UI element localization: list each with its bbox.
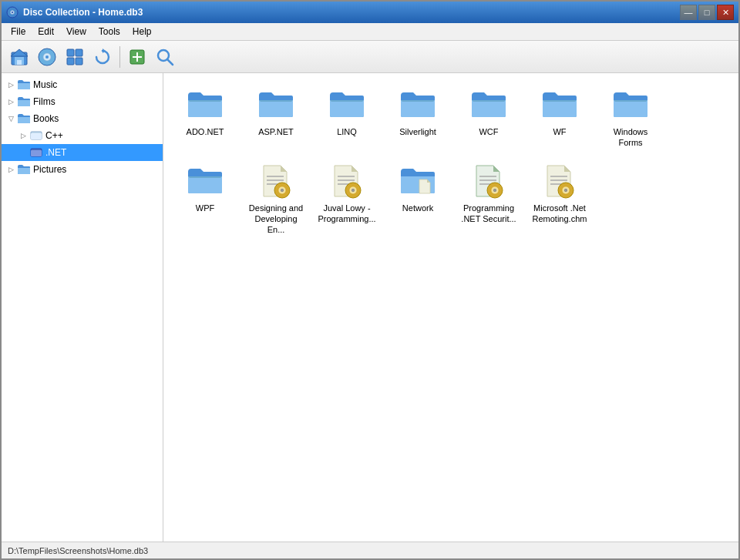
expander-books[interactable]: ▽	[5, 112, 17, 125]
file-label-ado-net: ADO.NET	[187, 126, 224, 137]
svg-rect-10	[67, 49, 74, 56]
close-button[interactable]: ✕	[717, 5, 734, 20]
toolbar	[2, 41, 738, 73]
svg-rect-13	[76, 58, 82, 65]
sidebar-label-music: Music	[33, 79, 57, 90]
menu-tools[interactable]: Tools	[92, 25, 126, 39]
file-label-microsoft-net: Microsoft .Net Remoting.chm	[530, 203, 590, 225]
expander-pictures[interactable]: ▷	[5, 163, 17, 176]
svg-rect-12	[67, 58, 74, 65]
file-item-asp-net[interactable]: ASP.NET	[242, 81, 310, 154]
file-item-wpf[interactable]: WPF	[171, 157, 239, 241]
svg-rect-6	[17, 60, 22, 65]
file-label-wpf: WPF	[196, 203, 214, 213]
svg-point-44	[494, 189, 496, 191]
file-label-silverlight: Silverlight	[399, 126, 436, 137]
sidebar-item-films[interactable]: ▷ Films	[2, 93, 163, 110]
window-title: Disc Collection - Home.db3	[23, 7, 143, 18]
file-label-designing: Designing and Developing En...	[246, 203, 306, 236]
doc-cd-icon-juval-lowy	[328, 163, 365, 200]
folder-icon-pictures	[17, 163, 31, 176]
toolbar-add-button[interactable]	[124, 44, 150, 70]
folder-icon-wf	[541, 86, 578, 123]
sidebar-label-books: Books	[33, 113, 59, 124]
folder-icon-wpf	[187, 163, 224, 200]
toolbar-home-button[interactable]	[6, 44, 32, 70]
folder-icon-dotnet	[29, 146, 43, 159]
svg-point-9	[45, 55, 49, 59]
menu-file[interactable]: File	[5, 25, 32, 39]
sidebar-item-dotnet[interactable]: .NET	[2, 144, 163, 161]
file-item-wf[interactable]: WF	[526, 81, 594, 154]
svg-point-37	[352, 189, 354, 191]
menu-view[interactable]: View	[60, 25, 92, 39]
sidebar-item-music[interactable]: ▷ Music	[2, 76, 163, 93]
folder-doc-icon-network	[399, 163, 436, 200]
disc-icon	[37, 47, 57, 67]
title-bar-left: Disc Collection - Home.db3	[6, 6, 143, 18]
folder-icon-ado-net	[187, 86, 224, 123]
file-grid: ADO.NET ASP.NET	[171, 81, 731, 240]
svg-point-51	[565, 189, 567, 191]
menu-bar: File Edit View Tools Help	[2, 23, 738, 41]
sidebar-label-films: Films	[33, 96, 56, 107]
svg-line-19	[167, 59, 173, 65]
file-label-linq: LINQ	[337, 126, 357, 137]
toolbar-refresh-button[interactable]	[89, 44, 116, 70]
sidebar-item-books[interactable]: ▽ Books	[2, 110, 163, 127]
menu-help[interactable]: Help	[126, 25, 158, 39]
sidebar-label-pictures: Pictures	[33, 164, 66, 175]
sidebar: ▷ Music ▷ Films ▽	[2, 73, 163, 542]
svg-rect-17	[133, 56, 142, 58]
file-item-network[interactable]: Network	[384, 157, 452, 241]
status-text: D:\TempFiles\Screenshots\Home.db3	[8, 546, 148, 555]
file-label-asp-net: ASP.NET	[258, 126, 294, 137]
file-item-linq[interactable]: LINQ	[313, 81, 381, 154]
search-icon	[155, 47, 175, 67]
sidebar-item-pictures[interactable]: ▷ Pictures	[2, 161, 163, 178]
minimize-button[interactable]: —	[680, 5, 697, 20]
main-window: Disc Collection - Home.db3 — □ ✕ File Ed…	[0, 0, 740, 560]
svg-point-30	[281, 189, 283, 191]
add-icon	[127, 47, 147, 67]
menu-edit[interactable]: Edit	[32, 25, 60, 39]
file-item-ado-net[interactable]: ADO.NET	[171, 81, 239, 154]
grid-icon	[65, 47, 85, 67]
file-label-wcf: WCF	[479, 126, 498, 137]
expander-dotnet[interactable]	[17, 146, 29, 159]
file-item-windows-forms[interactable]: Windows Forms	[597, 81, 664, 154]
content-area: ADO.NET ASP.NET	[163, 73, 738, 542]
folder-icon-books	[17, 112, 31, 126]
toolbar-search-button[interactable]	[152, 44, 178, 70]
svg-rect-21	[31, 133, 42, 139]
file-item-microsoft-net[interactable]: Microsoft .Net Remoting.chm	[526, 157, 594, 241]
toolbar-disc-button[interactable]	[34, 44, 60, 70]
file-item-wcf[interactable]: WCF	[455, 81, 523, 154]
status-bar: D:\TempFiles\Screenshots\Home.db3	[2, 542, 738, 558]
sidebar-label-cpp: C++	[45, 130, 63, 141]
toolbar-grid-button[interactable]	[62, 44, 88, 70]
folder-icon-asp-net	[257, 86, 294, 123]
folder-icon-music	[17, 78, 31, 92]
title-buttons: — □ ✕	[680, 5, 734, 20]
home-icon	[9, 47, 29, 67]
expander-cpp[interactable]: ▷	[17, 129, 29, 142]
folder-icon-films	[17, 95, 31, 109]
maximize-button[interactable]: □	[698, 5, 715, 20]
title-bar: Disc Collection - Home.db3 — □ ✕	[2, 2, 738, 23]
file-label-network: Network	[402, 203, 433, 213]
sidebar-item-cpp[interactable]: ▷ C++	[2, 127, 163, 144]
file-item-juval-lowy[interactable]: Juval Lowy - Programming...	[313, 157, 381, 241]
expander-music[interactable]: ▷	[5, 79, 17, 91]
expander-films[interactable]: ▷	[5, 96, 17, 108]
file-item-programming-net[interactable]: Programming .NET Securit...	[455, 157, 523, 241]
refresh-icon	[92, 47, 113, 67]
svg-point-2	[12, 12, 13, 13]
file-item-silverlight[interactable]: Silverlight	[384, 81, 452, 154]
folder-icon-silverlight	[399, 86, 436, 123]
svg-rect-23	[31, 150, 42, 156]
file-item-designing[interactable]: Designing and Developing En...	[242, 157, 310, 241]
doc-cd-icon-programming-net	[470, 163, 507, 200]
doc-cd-icon-microsoft-net	[541, 163, 578, 200]
file-label-juval-lowy: Juval Lowy - Programming...	[317, 203, 377, 225]
